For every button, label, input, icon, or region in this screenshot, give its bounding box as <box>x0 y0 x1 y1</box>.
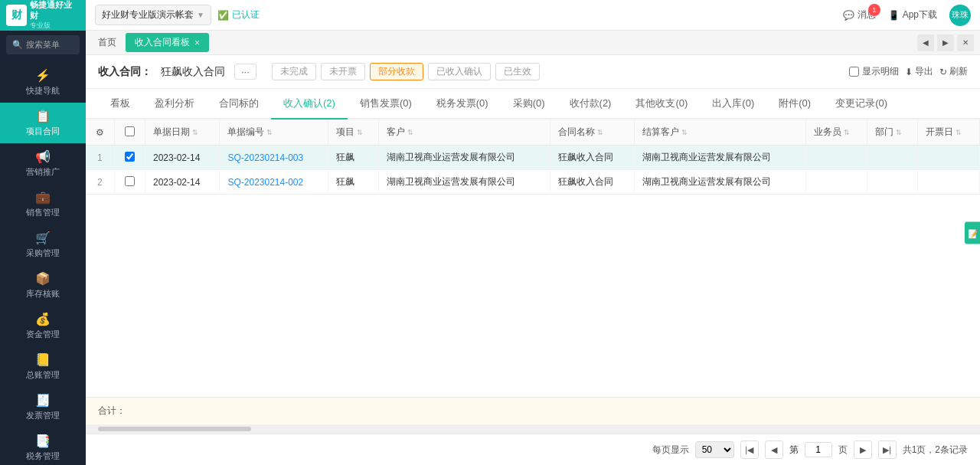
general-ledger-icon: 📒 <box>35 352 51 367</box>
status-tag-uninvoice[interactable]: 未开票 <box>321 63 365 80</box>
sidebar-item-sales-mgmt[interactable]: 💼 销售管理 <box>0 184 86 224</box>
company-selector[interactable]: 好业财专业版演示帐套 ▼ <box>95 5 211 25</box>
prev-page-button[interactable]: ◀ <box>765 440 783 459</box>
last-page-button[interactable]: ▶| <box>878 440 897 459</box>
final-customer-column-header[interactable]: 结算客户⇅ <box>635 120 806 146</box>
sidebar-item-fund-mgmt[interactable]: 💰 资金管理 <box>0 306 86 346</box>
contract-column-header[interactable]: 合同名称⇅ <box>550 120 635 146</box>
tab-label: 收入合同看板 <box>135 36 190 49</box>
sort-icon: ⇅ <box>192 129 198 136</box>
show-detail-checkbox[interactable]: 显示明细 <box>849 65 899 78</box>
number-cell[interactable]: SQ-20230214-003 <box>220 146 328 170</box>
sidebar-item-label: 税务管理 <box>26 450 60 462</box>
sub-tabs: 看板 盈利分析 合同标的 收入确认(2) 销售发票(0) 税务发票(0) 采购(… <box>86 89 980 120</box>
refresh-button[interactable]: ↻ 刷新 <box>939 65 968 78</box>
refresh-icon: ↻ <box>939 67 947 77</box>
select-all-checkbox[interactable] <box>125 126 135 136</box>
sidebar-item-project-contract[interactable]: 📋 项目合同 <box>0 103 86 143</box>
tab-contract-standard[interactable]: 合同标的 <box>207 89 271 120</box>
first-page-button[interactable]: |◀ <box>740 440 759 459</box>
tab-change-log[interactable]: 变更记录(0) <box>823 89 900 120</box>
tab-next-button[interactable]: ▶ <box>937 34 954 51</box>
content-area: 收入合同： 狂飙收入合同 ··· 未完成 未开票 部分收款 已收入确认 已生效 … <box>86 55 980 465</box>
sidebar-item-marketing[interactable]: 📢 营销推广 <box>0 143 86 184</box>
tab-profit[interactable]: 盈利分析 <box>142 89 207 120</box>
company-name: 好业财专业版演示帐套 <box>102 8 194 21</box>
tab-close-icon[interactable]: × <box>194 38 200 48</box>
sidebar-item-label: 资金管理 <box>26 329 60 340</box>
tab-payment[interactable]: 收付款(2) <box>557 89 624 120</box>
tab-attachment[interactable]: 附件(0) <box>766 89 823 120</box>
salesperson-cell <box>805 170 867 195</box>
status-tag-partial[interactable]: 部分收款 <box>370 63 423 80</box>
sort-icon: ⇅ <box>844 129 850 136</box>
final-customer-cell: 湖南卫视商业运营发展有限公司 <box>635 146 806 170</box>
sidebar-item-quick-nav[interactable]: ⚡ 快捷导航 <box>0 62 86 103</box>
tax-mgmt-icon: 📑 <box>35 434 51 448</box>
user-avatar[interactable]: 珠珠 <box>949 5 971 26</box>
tab-close-all-button[interactable]: ✕ <box>957 34 974 51</box>
tab-purchase[interactable]: 采购(0) <box>501 89 557 120</box>
tab-prev-button[interactable]: ◀ <box>917 34 934 51</box>
page-title: 收入合同： <box>98 65 152 79</box>
number-column-header[interactable]: 单据编号⇅ <box>220 120 328 146</box>
sidebar-item-inventory[interactable]: 📦 库存核账 <box>0 265 86 306</box>
home-tab[interactable]: 首页 <box>92 33 122 52</box>
sidebar-item-purchase-mgmt[interactable]: 🛒 采购管理 <box>0 224 86 265</box>
tab-sales-invoice[interactable]: 销售发票(0) <box>348 89 424 120</box>
sort-icon: ⇅ <box>681 129 688 136</box>
per-page-select[interactable]: 50 20 100 <box>695 441 734 458</box>
tab-kanban[interactable]: 看板 <box>98 89 142 120</box>
right-sticky-button[interactable]: 📝 <box>965 221 980 244</box>
date-column-header[interactable]: 单据日期⇅ <box>145 120 219 146</box>
invoice-date-cell <box>918 170 980 195</box>
number-link[interactable]: SQ-20230214-003 <box>227 152 303 163</box>
tab-tax-invoice[interactable]: 税务发票(0) <box>424 89 501 120</box>
app-download-button[interactable]: 📱 App下载 <box>888 8 937 21</box>
status-tag-confirmed[interactable]: 已收入确认 <box>428 63 491 80</box>
customer-column-header[interactable]: 客户⇅ <box>379 120 550 146</box>
salesperson-column-header[interactable]: 业务员⇅ <box>805 120 867 146</box>
message-button[interactable]: 💬 1 消息 <box>843 8 876 21</box>
message-badge: 1 <box>868 4 880 16</box>
logo-icon: 财 <box>6 5 27 26</box>
status-tag-uncomplete[interactable]: 未完成 <box>272 63 316 80</box>
settings-column-header[interactable]: ⚙ <box>86 120 114 146</box>
row-checkbox-cell[interactable] <box>114 170 145 195</box>
table-row[interactable]: 2 2023-02-14 SQ-20230214-002 狂飙 湖南卫视商业运营… <box>86 170 980 195</box>
page-number-input[interactable] <box>805 442 832 457</box>
scrollbar-thumb[interactable] <box>98 427 251 431</box>
sort-icon: ⇅ <box>896 129 902 136</box>
horizontal-scrollbar[interactable] <box>86 424 980 434</box>
next-page-button[interactable]: ▶ <box>854 440 872 459</box>
tab-out-in-stock[interactable]: 出入库(0) <box>700 89 766 120</box>
sort-icon: ⇅ <box>407 129 413 136</box>
more-options-button[interactable]: ··· <box>234 64 256 80</box>
row-checkbox-cell[interactable] <box>114 146 145 170</box>
table-row[interactable]: 1 2023-02-14 SQ-20230214-003 狂飙 湖南卫视商业运营… <box>86 146 980 170</box>
export-button[interactable]: ⬇ 导出 <box>905 65 933 78</box>
tab-other-income[interactable]: 其他收支(0) <box>623 89 700 120</box>
department-column-header[interactable]: 部门⇅ <box>867 120 918 146</box>
active-tab[interactable]: 收入合同看板 × <box>126 33 209 52</box>
sidebar-item-tax-mgmt[interactable]: 📑 税务管理 <box>0 427 86 465</box>
row-checkbox[interactable] <box>125 152 135 162</box>
check-circle-icon: ✅ <box>217 10 229 21</box>
sidebar-item-general-ledger[interactable]: 📒 总账管理 <box>0 346 86 387</box>
sort-icon: ⇅ <box>956 129 962 136</box>
data-table: ⚙ 单据日期⇅ 单据编号⇅ 项目⇅ 客户⇅ 合同名称⇅ 结算客户⇅ 业务员⇅ 部… <box>86 120 980 195</box>
row-checkbox[interactable] <box>125 176 135 186</box>
topbar-right-actions: 💬 1 消息 📱 App下载 珠珠 <box>843 5 971 26</box>
project-cell: 狂飙 <box>328 170 379 195</box>
show-detail-input[interactable] <box>849 67 859 77</box>
invoice-date-column-header[interactable]: 开票日⇅ <box>918 120 980 146</box>
tab-income-confirm[interactable]: 收入确认(2) <box>271 89 348 120</box>
number-cell[interactable]: SQ-20230214-002 <box>220 170 328 195</box>
app-sub: 专业版 <box>30 21 80 31</box>
search-menu-button[interactable]: 🔍 搜索菜单 <box>6 35 80 54</box>
number-link[interactable]: SQ-20230214-002 <box>227 177 303 188</box>
sidebar-item-invoice-mgmt[interactable]: 🧾 发票管理 <box>0 387 86 427</box>
status-tag-effective[interactable]: 已生效 <box>495 63 540 80</box>
project-column-header[interactable]: 项目⇅ <box>328 120 379 146</box>
sidebar-logo: 财 畅捷通好业财 专业版 <box>0 0 86 31</box>
